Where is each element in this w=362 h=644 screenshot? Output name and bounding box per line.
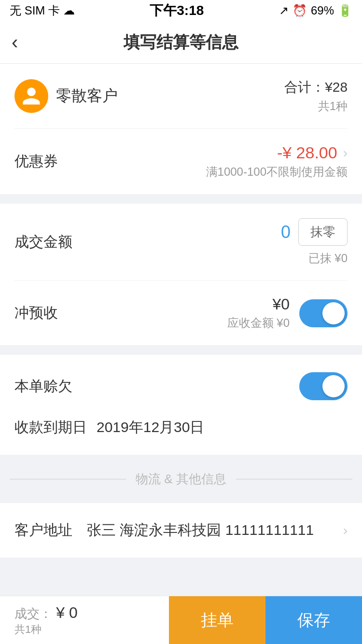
address-section: 客户地址 张三 海淀永丰科技园 11111111111 ›	[0, 503, 362, 558]
customer-name: 零散客户	[56, 85, 118, 107]
round-off-button[interactable]: 抹零	[298, 218, 348, 246]
deal-right: 0 抹零	[281, 218, 348, 246]
logistics-separator: 物流 & 其他信息	[0, 464, 362, 493]
sim-label: 无 SIM 卡 ☁	[10, 3, 75, 18]
credit-section: 本单赊欠 收款到期日 2019年12月30日	[0, 355, 362, 455]
alarm-icon: ⏰	[292, 4, 307, 17]
customer-left: 零散客户	[14, 79, 118, 113]
status-bar: 无 SIM 卡 ☁ 下午3:18 ↗ ⏰ 69% 🔋	[0, 0, 362, 21]
credit-row: 本单赊欠	[14, 355, 348, 418]
battery-icon: 🔋	[338, 4, 352, 17]
location-icon: ↗	[279, 4, 289, 17]
prepay-value: ¥0	[227, 295, 290, 313]
customer-card: 零散客户 合计：¥28 共1种 优惠券 -¥ 28.00 › 满1000-100…	[0, 64, 362, 194]
due-date-value: 2019年12月30日	[97, 418, 204, 437]
logistics-label: 物流 & 其他信息	[136, 471, 226, 488]
address-chevron-icon: ›	[343, 523, 348, 538]
chevron-right-icon: ›	[343, 145, 348, 161]
address-label: 客户地址	[14, 520, 72, 540]
coupon-label: 优惠券	[14, 152, 58, 171]
customer-row: 零散客户 合计：¥28 共1种	[14, 64, 348, 128]
address-row[interactable]: 客户地址 张三 海淀永丰科技园 11111111111 ›	[14, 503, 348, 558]
save-button[interactable]: 保存	[265, 596, 362, 644]
bottom-deal-value: ¥ 0	[56, 604, 77, 621]
customer-count: 共1种	[284, 98, 348, 114]
bottom-deal-row: 成交： ¥ 0	[14, 604, 154, 622]
page-title: 填写结算等信息	[124, 31, 238, 54]
customer-right: 合计：¥28 共1种	[284, 78, 348, 114]
deal-row: 成交金额 0 抹零 已抹 ¥0	[14, 204, 348, 280]
bottom-count: 共1种	[14, 622, 154, 637]
deal-value: 0	[281, 222, 291, 242]
coupon-value: -¥ 28.00	[277, 143, 337, 162]
due-date-row: 收款到期日 2019年12月30日	[14, 418, 348, 455]
nav-bar: ‹ 填写结算等信息	[0, 21, 362, 64]
battery-label: 69%	[311, 4, 334, 17]
content: 零散客户 合计：¥28 共1种 优惠券 -¥ 28.00 › 满1000-100…	[0, 64, 362, 625]
bottom-bar: 成交： ¥ 0 共1种 挂单 保存	[0, 596, 362, 644]
back-button[interactable]: ‹	[12, 31, 18, 53]
prepay-sub: 应收金额 ¥0	[227, 315, 290, 331]
deal-sub: 已抹 ¥0	[308, 251, 348, 266]
prepay-toggle[interactable]	[299, 299, 348, 327]
due-date-label: 收款到期日	[14, 418, 87, 437]
status-time: 下午3:18	[150, 1, 204, 20]
credit-toggle[interactable]	[299, 372, 348, 400]
status-right: ↗ ⏰ 69% 🔋	[279, 4, 352, 17]
hold-button[interactable]: 挂单	[169, 596, 265, 644]
credit-label: 本单赊欠	[14, 377, 72, 396]
prepay-label: 冲预收	[14, 303, 58, 323]
address-value: 张三 海淀永丰科技园 11111111111	[87, 520, 340, 540]
coupon-sub: 满1000-100不限制使用金额	[206, 164, 348, 180]
customer-total: 合计：¥28	[284, 78, 348, 97]
status-left: 无 SIM 卡 ☁	[10, 3, 75, 18]
bottom-deal-label: 成交：	[14, 606, 52, 621]
coupon-row[interactable]: 优惠券 -¥ 28.00 › 满1000-100不限制使用金额	[14, 128, 348, 194]
deal-label: 成交金额	[14, 232, 72, 252]
bottom-info: 成交： ¥ 0 共1种	[0, 604, 169, 637]
amount-section: 成交金额 0 抹零 已抹 ¥0 冲预收 ¥0 应收金额 ¥0	[0, 204, 362, 345]
avatar	[14, 79, 48, 113]
prepay-row: 冲预收 ¥0 应收金额 ¥0	[14, 280, 348, 345]
user-icon	[21, 85, 42, 107]
